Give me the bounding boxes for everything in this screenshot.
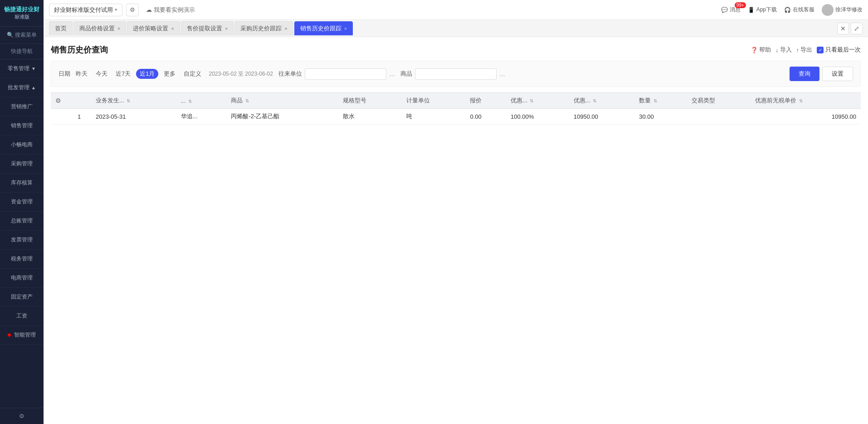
sidebar-item-assets[interactable]: 固定资产 — [0, 288, 44, 307]
query-button[interactable]: 查询 — [790, 67, 819, 81]
version-selector[interactable]: 好业财标准版交付试用 ▾ — [49, 4, 122, 16]
close-tab-button[interactable]: ✕ — [837, 23, 849, 34]
date-btn-last7[interactable]: 近7天 — [113, 69, 133, 79]
help-link[interactable]: ❓ 帮助 — [751, 46, 771, 54]
tab-price[interactable]: 商品价格设置 × — [73, 21, 126, 35]
settings-icon: ⚙ — [19, 413, 24, 419]
table-col-more[interactable]: ... ⇅ — [176, 93, 227, 109]
table-container: ⚙ 业务发生... ⇅ ... ⇅ 商品 ⇅ — [51, 92, 861, 125]
headset-icon: 🎧 — [784, 7, 791, 13]
tab-purchase-history[interactable]: 采购历史价跟踪 × — [234, 21, 293, 35]
sidebar-settings[interactable]: ⚙ — [0, 408, 44, 424]
tab-bar: 首页 商品价格设置 × 进价策略设置 × 售价提取设置 × 采购历史价跟踪 × … — [44, 20, 868, 37]
row-pretax-price: 10950.00 — [751, 109, 861, 125]
table-col-spec: 规格型号 — [338, 93, 402, 109]
import-label: 导入 — [780, 46, 792, 54]
tab-home[interactable]: 首页 — [49, 21, 73, 35]
filter-actions: 查询 设置 — [790, 67, 853, 81]
supplier-more-btn[interactable]: … — [389, 71, 395, 77]
tab-close-strategy[interactable]: × — [171, 26, 174, 31]
sort-icon: ⇅ — [530, 98, 533, 103]
sidebar-item-inventory[interactable]: 库存核算 — [0, 173, 44, 193]
tab-sales-history[interactable]: 销售历史价跟踪 × — [294, 21, 353, 35]
table-col-pretax-price[interactable]: 优惠前无税单价 ⇅ — [751, 93, 861, 109]
table-col-goods[interactable]: 商品 ⇅ — [226, 93, 338, 109]
row-price: 0.00 — [465, 109, 506, 125]
row-biz-date: 2023-05-31 — [91, 109, 176, 125]
tab-strategy[interactable]: 进价策略设置 × — [127, 21, 180, 35]
maximize-tab-button[interactable]: ⤢ — [851, 23, 863, 34]
topbar-settings-button[interactable]: ⚙ — [126, 4, 139, 16]
sidebar-item-ledger[interactable]: 总账管理 — [0, 212, 44, 231]
message-button[interactable]: 💬 消息 99+ — [721, 6, 741, 14]
sidebar-item-purchase[interactable]: 采购管理 — [0, 154, 44, 173]
chevron-up-icon: ▲ — [31, 85, 36, 90]
topbar-right: 💬 消息 99+ 📱 App下载 🎧 在线客服 徐泽华修改 — [721, 4, 863, 16]
goods-label: 商品 — [400, 70, 412, 78]
tab-controls: ✕ ⤢ — [837, 23, 863, 34]
sidebar-item-finance[interactable]: 资金管理 — [0, 193, 44, 212]
import-link[interactable]: ↓ 导入 — [775, 46, 792, 54]
message-badge: 99+ — [735, 2, 746, 8]
row-gear — [51, 109, 67, 125]
table-col-unit: 计量单位 — [402, 93, 465, 109]
table-col-qty[interactable]: 数量 ⇅ — [634, 93, 687, 109]
date-options: 昨天 今天 近7天 近1月 更多 自定义 — [73, 69, 204, 79]
goods-input[interactable] — [415, 68, 497, 80]
col-label: 报价 — [470, 97, 482, 104]
table-row[interactable]: 1 2023-05-31 华追... 丙烯酸-2-乙基己酯 散水 吨 0.00 … — [51, 109, 861, 125]
online-service-button[interactable]: 🎧 在线客服 — [784, 6, 814, 14]
sidebar-item-payroll[interactable]: 工资 — [0, 307, 44, 326]
table-col-discount1[interactable]: 优惠... ⇅ — [506, 93, 569, 109]
sidebar-item-label: 零售管理 — [8, 65, 29, 72]
supplier-input[interactable] — [305, 68, 386, 80]
sidebar-item-label: 库存核算 — [11, 179, 33, 187]
date-btn-custom[interactable]: 自定义 — [181, 69, 204, 79]
date-btn-more[interactable]: 更多 — [161, 69, 178, 79]
col-label: 业务发生... — [96, 97, 124, 104]
table-col-discount2[interactable]: 优惠... ⇅ — [569, 93, 634, 109]
date-btn-today[interactable]: 今天 — [93, 69, 110, 79]
date-btn-last1m[interactable]: 近1月 — [136, 69, 158, 79]
row-goods: 丙烯酸-2-乙基己酯 — [226, 109, 338, 125]
user-name: 徐泽华修改 — [835, 6, 863, 14]
user-menu[interactable]: 徐泽华修改 — [822, 4, 863, 16]
tab-extract[interactable]: 售价提取设置 × — [181, 21, 234, 35]
date-btn-yesterday[interactable]: 昨天 — [73, 69, 90, 79]
search-icon: 🔍 — [7, 32, 14, 38]
sort-icon: ⇅ — [188, 99, 192, 104]
goods-more-btn[interactable]: … — [499, 71, 505, 77]
sidebar-item-sales[interactable]: 销售管理 — [0, 116, 44, 135]
sidebar-item-retail[interactable]: 零售管理 ▼ — [0, 59, 44, 78]
sidebar-quicknav[interactable]: 快捷导航 — [0, 44, 44, 59]
message-icon: 💬 — [721, 7, 728, 13]
demo-link[interactable]: ☁ 我要看实例演示 — [146, 6, 195, 14]
sidebar-item-label: 工资 — [16, 312, 27, 320]
search-label: 搜索菜单 — [15, 32, 37, 38]
only-last-label: 只看最后一次 — [825, 46, 861, 54]
sidebar-item-marketing[interactable]: 营销推广 — [0, 97, 44, 116]
sidebar-item-label: 销售管理 — [11, 122, 33, 130]
table-body: 1 2023-05-31 华追... 丙烯酸-2-乙基己酯 散水 吨 0.00 … — [51, 109, 861, 125]
only-last-checkbox[interactable]: ✓ 只看最后一次 — [817, 46, 861, 54]
help-label: 帮助 — [759, 46, 771, 54]
sidebar-item-smart[interactable]: 智能管理 — [0, 326, 44, 345]
tab-close-purchase-history[interactable]: × — [284, 26, 287, 31]
table-col-biz-date[interactable]: 业务发生... ⇅ — [91, 93, 176, 109]
tab-close-extract[interactable]: × — [225, 26, 228, 31]
red-dot-icon — [8, 333, 11, 337]
table-col-gear[interactable]: ⚙ — [51, 93, 67, 109]
sidebar-item-ecommerce[interactable]: 电商管理 — [0, 269, 44, 288]
col-label: 优惠... — [574, 97, 590, 104]
sidebar-item-wholesale[interactable]: 批发管理 ▲ — [0, 78, 44, 97]
row-spec: 散水 — [338, 109, 402, 125]
tab-close-sales-history[interactable]: × — [344, 26, 347, 31]
sidebar-item-tax[interactable]: 税务管理 — [0, 250, 44, 269]
sidebar-item-xiaochang[interactable]: 小畅电商 — [0, 135, 44, 154]
export-link[interactable]: ↑ 导出 — [796, 46, 813, 54]
sidebar-search[interactable]: 🔍 搜索菜单 — [0, 27, 44, 44]
sidebar-item-invoice[interactable]: 发票管理 — [0, 231, 44, 250]
settings-button[interactable]: 设置 — [822, 67, 853, 81]
tab-close-price[interactable]: × — [117, 26, 120, 31]
app-download-button[interactable]: 📱 App下载 — [748, 6, 777, 14]
